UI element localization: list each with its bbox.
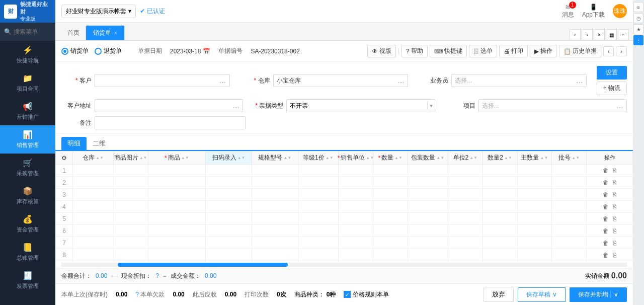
sidebar-item-invoice[interactable]: 🧾 发票管理 <box>0 266 55 294</box>
row-ops[interactable]: 🗑 ⎘ <box>587 225 633 237</box>
row-unit2[interactable] <box>448 213 482 225</box>
col-header-barcode[interactable]: 扫码录入▲▼ <box>206 151 252 165</box>
row-ops[interactable]: 🗑 ⎘ <box>587 261 633 262</box>
col-header-batch[interactable]: 批号▲▼ <box>552 151 587 165</box>
row-image[interactable] <box>113 237 148 249</box>
copy-icon[interactable]: ⎘ <box>613 215 616 222</box>
row-image[interactable] <box>113 165 148 177</box>
row-price[interactable] <box>298 189 338 201</box>
row-qty2[interactable] <box>482 201 517 213</box>
row-ops[interactable]: 🗑 ⎘ <box>587 213 633 225</box>
row-qty[interactable] <box>373 189 408 201</box>
copy-icon[interactable]: ⎘ <box>613 252 616 259</box>
row-image[interactable] <box>113 177 148 189</box>
row-spec[interactable] <box>252 177 298 189</box>
price-check-item[interactable]: ✓ 价格规则本单 <box>344 290 389 299</box>
row-sale-unit[interactable] <box>338 249 373 261</box>
row-qty[interactable] <box>373 165 408 177</box>
row-batch[interactable] <box>552 201 587 213</box>
row-image[interactable] <box>113 213 148 225</box>
row-warehouse[interactable] <box>73 165 113 177</box>
delete-icon[interactable]: 🗑 <box>603 179 609 186</box>
row-qty2[interactable] <box>482 177 517 189</box>
row-batch[interactable] <box>552 249 587 261</box>
save-draft-btn[interactable]: 保存草稿 ∨ <box>518 287 566 302</box>
row-spec[interactable] <box>252 213 298 225</box>
row-unit2[interactable] <box>448 237 482 249</box>
row-qty2[interactable] <box>482 213 517 225</box>
tab-detail[interactable]: 明细 <box>61 137 87 150</box>
row-ops[interactable]: 🗑 ⎘ <box>587 201 633 213</box>
table-row[interactable]: 7 🗑 ⎘ <box>56 237 633 249</box>
copy-icon[interactable]: ⎘ <box>613 167 616 174</box>
row-price[interactable] <box>298 177 338 189</box>
delete-icon[interactable]: 🗑 <box>603 227 609 235</box>
row-main-qty[interactable] <box>517 225 552 237</box>
delete-icon[interactable]: 🗑 <box>603 167 609 174</box>
row-qty2[interactable] <box>482 249 517 261</box>
row-pkg[interactable] <box>408 261 448 262</box>
row-qty[interactable] <box>373 201 408 213</box>
row-qty2[interactable] <box>482 261 517 262</box>
settings-icon[interactable]: ⚙ <box>61 155 67 162</box>
project-select-icon[interactable]: … <box>616 102 623 110</box>
copy-icon[interactable]: ⎘ <box>613 240 616 247</box>
right-panel-btn-2[interactable]: ◷ <box>633 13 643 23</box>
right-panel-btn-3[interactable]: ★ <box>633 24 643 34</box>
row-pkg[interactable] <box>408 213 448 225</box>
row-price[interactable] <box>298 213 338 225</box>
row-barcode[interactable] <box>206 249 252 261</box>
radio-sale[interactable]: 销货单 <box>61 47 89 55</box>
col-header-qty[interactable]: *数量▲▼ <box>373 151 408 165</box>
row-sale-unit[interactable] <box>338 201 373 213</box>
tab-close-btn[interactable]: × <box>594 29 605 40</box>
row-main-qty[interactable] <box>517 201 552 213</box>
row-pkg[interactable] <box>408 249 448 261</box>
row-ops[interactable]: 🗑 ⎘ <box>587 249 633 261</box>
history-btn[interactable]: 📋 历史单据 <box>559 45 601 57</box>
delete-icon[interactable]: 🗑 <box>603 240 609 247</box>
row-qty2[interactable] <box>482 165 517 177</box>
row-product[interactable] <box>148 249 206 261</box>
chevron-down-icon[interactable]: ▾ <box>427 102 435 109</box>
row-main-qty[interactable] <box>517 249 552 261</box>
row-ops[interactable]: 🗑 ⎘ <box>587 177 633 189</box>
row-sale-unit[interactable] <box>338 213 373 225</box>
row-qty[interactable] <box>373 249 408 261</box>
row-warehouse[interactable] <box>73 249 113 261</box>
dropdown-arrow-icon[interactable]: ∨ <box>552 291 557 298</box>
row-batch[interactable] <box>552 213 587 225</box>
col-header-sale-unit[interactable]: *销售单位▲▼ <box>338 151 373 165</box>
row-spec[interactable] <box>252 189 298 201</box>
row-price[interactable] <box>298 201 338 213</box>
col-header-unit2[interactable]: 单位2▲▼ <box>448 151 482 165</box>
row-main-qty[interactable] <box>517 165 552 177</box>
row-main-qty[interactable] <box>517 213 552 225</box>
salesperson-select-icon[interactable]: … <box>576 77 583 85</box>
sidebar-item-purchase[interactable]: 🛒 采购管理 <box>0 154 55 182</box>
row-spec[interactable] <box>252 165 298 177</box>
radio-return[interactable]: 退货单 <box>95 47 122 55</box>
row-product[interactable] <box>148 237 206 249</box>
row-pkg[interactable] <box>408 237 448 249</box>
table-row[interactable]: 8 🗑 ⎘ <box>56 249 633 261</box>
row-qty[interactable] <box>373 261 408 262</box>
row-barcode[interactable] <box>206 225 252 237</box>
user-avatar[interactable]: 珠珠 <box>613 4 627 18</box>
operate-btn[interactable]: ▶ 操作 <box>530 45 557 57</box>
tab-grid-view-btn[interactable]: ▦ <box>606 29 617 40</box>
row-price[interactable] <box>298 249 338 261</box>
row-qty2[interactable] <box>482 189 517 201</box>
table-row[interactable]: 9 🗑 ⎘ <box>56 261 633 262</box>
row-product[interactable] <box>148 201 206 213</box>
row-unit2[interactable] <box>448 225 482 237</box>
row-batch[interactable] <box>552 225 587 237</box>
print-btn[interactable]: 🖨 打印 <box>499 45 528 57</box>
delete-icon[interactable]: 🗑 <box>603 252 609 259</box>
address-select-icon[interactable]: … <box>232 102 239 110</box>
row-warehouse[interactable] <box>73 261 113 262</box>
col-header-spec[interactable]: 规格型号▲▼ <box>252 151 298 165</box>
sidebar-search[interactable]: 🔍 <box>0 23 55 41</box>
date-field[interactable]: 2023-03-18 📅 <box>170 48 210 55</box>
row-pkg[interactable] <box>408 201 448 213</box>
